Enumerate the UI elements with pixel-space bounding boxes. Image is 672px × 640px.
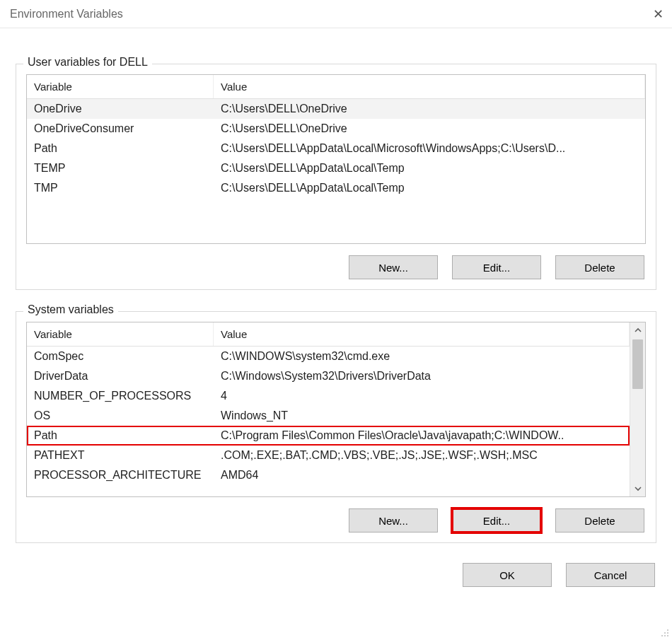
column-header-value[interactable]: Value [214, 322, 630, 346]
system-new-button[interactable]: New... [349, 508, 438, 533]
cell-value: C:\Users\DELL\AppData\Local\Temp [214, 178, 645, 198]
table-row[interactable]: OSWindows_NT [27, 406, 630, 426]
table-row[interactable]: OneDriveC:\Users\DELL\OneDrive [27, 99, 645, 119]
table-row[interactable]: PATHEXT.COM;.EXE;.BAT;.CMD;.VBS;.VBE;.JS… [27, 446, 630, 465]
scroll-down-icon[interactable] [630, 481, 645, 496]
svg-point-5 [667, 635, 668, 636]
titlebar: Environment Variables ✕ [0, 0, 672, 28]
table-row[interactable]: NUMBER_OF_PROCESSORS4 [27, 386, 630, 406]
dialog-footer: OK Cancel [0, 550, 672, 594]
cell-variable: OneDrive [27, 99, 214, 119]
user-variables-legend: User variables for DELL [23, 56, 152, 69]
svg-point-2 [667, 632, 668, 634]
user-edit-button[interactable]: Edit... [452, 255, 541, 279]
cell-variable: PROCESSOR_ARCHITECTURE [27, 465, 214, 485]
column-header-variable[interactable]: Variable [27, 322, 214, 346]
cell-variable: NUMBER_OF_PROCESSORS [27, 386, 214, 406]
svg-point-4 [664, 635, 666, 636]
table-row[interactable]: TEMPC:\Users\DELL\AppData\Local\Temp [27, 158, 645, 178]
cell-variable: Path [27, 426, 214, 446]
system-table-scrollbar[interactable] [630, 322, 645, 496]
cell-value: C:\Users\DELL\AppData\Local\Temp [214, 158, 645, 178]
cell-value: 4 [214, 386, 630, 406]
cell-value: C:\WINDOWS\system32\cmd.exe [214, 347, 630, 366]
table-row[interactable]: OneDriveConsumerC:\Users\DELL\OneDrive [27, 119, 645, 139]
table-row[interactable]: ComSpecC:\WINDOWS\system32\cmd.exe [27, 347, 630, 366]
dialog-content: User variables for DELL Variable Value O… [0, 28, 672, 550]
close-icon[interactable]: ✕ [638, 8, 664, 21]
table-row[interactable]: PathC:\Users\DELL\AppData\Local\Microsof… [27, 139, 645, 158]
cell-value: .COM;.EXE;.BAT;.CMD;.VBS;.VBE;.JS;.JSE;.… [214, 446, 630, 465]
cell-variable: PATHEXT [27, 446, 214, 465]
system-variables-legend: System variables [23, 303, 118, 316]
cell-variable: Path [27, 139, 214, 158]
cell-value: C:\Program Files\Common Files\Oracle\Jav… [214, 426, 630, 446]
system-variables-table[interactable]: Variable Value ComSpecC:\WINDOWS\system3… [26, 322, 646, 497]
cell-variable: TEMP [27, 158, 214, 178]
scrollbar-thumb[interactable] [632, 339, 643, 389]
cancel-button[interactable]: Cancel [566, 563, 655, 587]
user-delete-button[interactable]: Delete [555, 255, 644, 279]
cell-variable: DriverData [27, 366, 214, 386]
svg-point-1 [664, 632, 666, 634]
table-row[interactable]: TMPC:\Users\DELL\AppData\Local\Temp [27, 178, 645, 198]
cell-value: C:\Windows\System32\Drivers\DriverData [214, 366, 630, 386]
system-buttons-row: New... Edit... Delete [26, 508, 646, 533]
column-header-value[interactable]: Value [214, 75, 645, 98]
user-variables-group: User variables for DELL Variable Value O… [16, 64, 656, 290]
svg-point-0 [667, 629, 668, 631]
table-row[interactable]: DriverDataC:\Windows\System32\Drivers\Dr… [27, 366, 630, 386]
cell-variable: TMP [27, 178, 214, 198]
user-variables-table[interactable]: Variable Value OneDriveC:\Users\DELL\One… [26, 74, 646, 244]
resize-grip-icon[interactable] [659, 627, 669, 637]
system-delete-button[interactable]: Delete [555, 508, 644, 533]
user-table-header: Variable Value [27, 75, 645, 99]
cell-value: AMD64 [214, 465, 630, 485]
cell-value: C:\Users\DELL\AppData\Local\Microsoft\Wi… [214, 139, 645, 158]
cell-variable: OS [27, 406, 214, 426]
cell-value: C:\Users\DELL\OneDrive [214, 99, 645, 119]
column-header-variable[interactable]: Variable [27, 75, 214, 98]
ok-button[interactable]: OK [463, 563, 552, 587]
window-title: Environment Variables [10, 8, 123, 21]
user-new-button[interactable]: New... [349, 255, 438, 279]
svg-point-3 [661, 635, 663, 636]
cell-variable: OneDriveConsumer [27, 119, 214, 139]
table-row[interactable]: PROCESSOR_ARCHITECTUREAMD64 [27, 465, 630, 485]
system-variables-group: System variables Variable Value ComSpecC… [16, 311, 656, 543]
scroll-up-icon[interactable] [630, 322, 645, 338]
user-buttons-row: New... Edit... Delete [26, 255, 646, 279]
cell-value: Windows_NT [214, 406, 630, 426]
table-row[interactable]: PathC:\Program Files\Common Files\Oracle… [27, 426, 630, 446]
system-edit-button[interactable]: Edit... [452, 508, 541, 533]
cell-value: C:\Users\DELL\OneDrive [214, 119, 645, 139]
system-table-header: Variable Value [27, 322, 630, 347]
cell-variable: ComSpec [27, 347, 214, 366]
